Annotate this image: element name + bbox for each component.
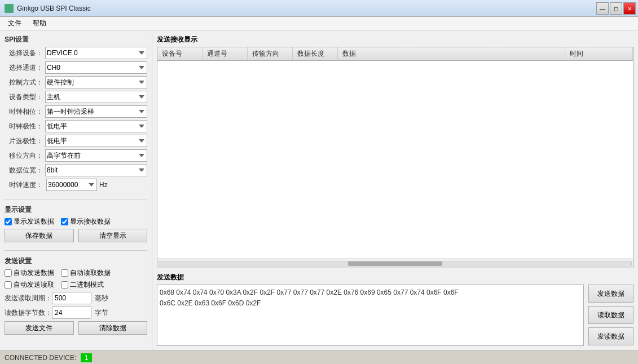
minimize-button[interactable]: —: [596, 2, 609, 15]
send-data-content: 0x68 0x74 0x74 0x70 0x3A 0x2F 0x2F 0x77 …: [160, 288, 459, 307]
device-type-row: 设备类型： 主机: [5, 91, 147, 103]
device-label: 选择设备：: [5, 48, 43, 58]
clock-polarity-select[interactable]: 低电平: [45, 120, 147, 132]
title-bar: Ginkgo USB SPI Classic — ◻ ✕: [0, 0, 638, 17]
cs-polarity-label: 片选极性：: [5, 136, 43, 146]
control-select[interactable]: 硬件控制: [45, 76, 147, 88]
show-send-checkbox-row[interactable]: 显示发送数据: [5, 217, 54, 227]
show-recv-label: 显示接收数据: [70, 217, 111, 227]
auto-read-label: 自动读取数据: [70, 268, 111, 278]
close-button[interactable]: ✕: [623, 2, 636, 15]
clock-speed-row: 时钟速度： 36000000 Hz: [5, 179, 147, 191]
send-data-textarea[interactable]: 0x68 0x74 0x74 0x70 0x3A 0x2F 0x2F 0x77 …: [157, 285, 584, 346]
auto-send-checkbox-row[interactable]: 自动发送数据: [5, 268, 54, 278]
receive-section: 发送接收显示 设备号 通道号 传输方向 数据长度 数据 时间: [157, 35, 633, 268]
auto-send-checkbox[interactable]: [5, 269, 12, 277]
show-send-label: 显示发送数据: [14, 217, 54, 227]
right-panel: 发送接收显示 设备号 通道号 传输方向 数据长度 数据 时间: [152, 30, 638, 350]
auto-send-read-checkbox-row[interactable]: 自动发送读取: [5, 280, 54, 290]
menu-file[interactable]: 文件: [2, 17, 27, 29]
data-bits-select[interactable]: 8bit: [45, 164, 147, 176]
table-header: 设备号 通道号 传输方向 数据长度 数据 时间: [157, 47, 633, 61]
device-type-select[interactable]: 主机: [45, 91, 147, 103]
auto-read-checkbox[interactable]: [61, 269, 68, 277]
col-channel-header: 通道号: [203, 47, 248, 60]
bytes-label: 读数据字节数：: [5, 308, 50, 318]
show-send-checkbox[interactable]: [5, 218, 12, 225]
clock-polarity-label: 时钟极性：: [5, 122, 43, 131]
control-row: 控制方式： 硬件控制: [5, 76, 147, 88]
send-action-buttons: 发送数据 读取数据 发读数据: [588, 285, 633, 346]
clear-data-button[interactable]: 清除数据: [78, 321, 148, 335]
connected-device-count: 1: [81, 353, 92, 362]
spi-settings-section: SPI设置 选择设备： DEVICE 0 选择通道： CH0 控制方式： 硬件控…: [5, 35, 147, 193]
receive-title: 发送接收显示: [157, 35, 633, 45]
period-label: 发送读取周期：: [5, 294, 50, 303]
shift-select[interactable]: 高字节在前: [45, 149, 147, 162]
clock-speed-select[interactable]: 36000000: [46, 179, 97, 191]
cs-polarity-select[interactable]: 低电平: [45, 135, 147, 147]
clock-phase-row: 时钟相位： 第一时钟沿采样: [5, 105, 147, 118]
scrollbar-thumb[interactable]: [348, 261, 442, 266]
auto-read-checkbox-row[interactable]: 自动读取数据: [61, 268, 111, 278]
channel-row: 选择通道： CH0: [5, 61, 147, 74]
col-length-header: 数据长度: [293, 47, 338, 60]
send-read-data-button[interactable]: 发读数据: [588, 327, 633, 345]
cs-polarity-row: 片选极性： 低电平: [5, 135, 147, 147]
menu-bar: 文件 帮助: [0, 17, 638, 30]
send-settings-section: 发送设置 自动发送数据 自动读取数据 自动发送读取 二进制模式: [5, 256, 147, 337]
save-data-button[interactable]: 保存数据: [5, 229, 74, 242]
receive-table: 设备号 通道号 传输方向 数据长度 数据 时间: [157, 47, 633, 268]
spi-settings-title: SPI设置: [5, 35, 147, 45]
auto-send-read-checkbox[interactable]: [5, 281, 12, 288]
bytes-unit: 字节: [95, 308, 108, 318]
device-select[interactable]: DEVICE 0: [45, 47, 147, 59]
menu-help[interactable]: 帮助: [27, 17, 52, 29]
display-checkboxes: 显示发送数据 显示接收数据: [5, 217, 147, 227]
status-bar: CONNECTED DEVICE: 1: [0, 350, 638, 364]
send-checkboxes-1: 自动发送数据 自动读取数据: [5, 268, 147, 278]
clock-speed-label: 时钟速度：: [5, 180, 43, 190]
bytes-row: 读数据字节数： 字节: [5, 307, 147, 319]
show-recv-checkbox-row[interactable]: 显示接收数据: [61, 217, 111, 227]
send-file-buttons: 发送文件 清除数据: [5, 321, 147, 335]
binary-mode-checkbox-row[interactable]: 二进制模式: [61, 280, 104, 290]
data-bits-label: 数据位宽：: [5, 166, 43, 175]
left-panel: SPI设置 选择设备： DEVICE 0 选择通道： CH0 控制方式： 硬件控…: [0, 30, 152, 350]
shift-row: 移位方向： 高字节在前: [5, 149, 147, 162]
col-direction-header: 传输方向: [248, 47, 293, 60]
auto-send-label: 自动发送数据: [14, 268, 54, 278]
display-settings-section: 显示设置 显示发送数据 显示接收数据 保存数据 清空显示: [5, 205, 147, 245]
binary-mode-label: 二进制模式: [70, 280, 104, 290]
divider-2: [5, 250, 147, 251]
channel-select[interactable]: CH0: [45, 61, 147, 74]
send-settings-title: 发送设置: [5, 256, 147, 266]
col-data-header: 数据: [338, 47, 565, 60]
binary-mode-checkbox[interactable]: [61, 281, 68, 288]
send-data-button[interactable]: 发送数据: [588, 285, 633, 303]
send-checkboxes-2: 自动发送读取 二进制模式: [5, 280, 147, 290]
table-body: [157, 61, 633, 259]
divider-1: [5, 199, 147, 199]
show-recv-checkbox[interactable]: [61, 218, 68, 225]
window-title: Ginkgo USB SPI Classic: [17, 5, 91, 12]
read-data-button[interactable]: 读取数据: [588, 306, 633, 324]
clock-phase-label: 时钟相位：: [5, 107, 43, 117]
send-data-title: 发送数据: [157, 273, 633, 282]
shift-label: 移位方向：: [5, 151, 43, 161]
clear-display-button[interactable]: 清空显示: [78, 229, 148, 242]
scrollbar-track[interactable]: [159, 261, 632, 267]
period-unit: 毫秒: [95, 294, 108, 303]
send-file-button[interactable]: 发送文件: [5, 321, 74, 335]
clock-polarity-row: 时钟极性： 低电平: [5, 120, 147, 132]
period-input[interactable]: [52, 292, 91, 304]
send-data-section: 发送数据 0x68 0x74 0x74 0x70 0x3A 0x2F 0x2F …: [157, 273, 633, 346]
app-icon: [5, 4, 14, 13]
restore-button[interactable]: ◻: [610, 2, 622, 15]
status-label: CONNECTED DEVICE:: [5, 354, 76, 362]
clock-phase-select[interactable]: 第一时钟沿采样: [45, 105, 147, 118]
channel-label: 选择通道：: [5, 63, 43, 73]
display-buttons: 保存数据 清空显示: [5, 229, 147, 242]
bytes-input[interactable]: [52, 307, 91, 319]
horizontal-scrollbar[interactable]: [157, 259, 633, 268]
